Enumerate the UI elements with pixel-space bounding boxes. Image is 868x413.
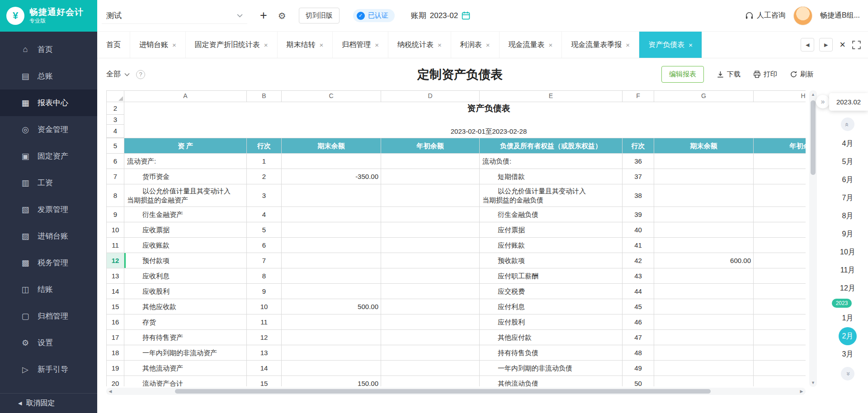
cell-C6[interactable] <box>282 154 381 169</box>
help-icon[interactable]: ? <box>136 70 145 79</box>
cell-F18[interactable]: 48 <box>623 345 654 361</box>
cell-A11[interactable]: 应收账款 <box>124 238 247 253</box>
cell-E8[interactable]: 以公允价值计量且其变动计入 当期损益的金融负债 <box>480 184 623 207</box>
tab-balance-sheet[interactable]: 资产负债表× <box>639 32 702 58</box>
months-scroll-up-button[interactable]: « <box>841 117 854 131</box>
table-header-cell[interactable]: 行次 <box>247 138 282 154</box>
row-header-7[interactable]: 7 <box>106 169 124 184</box>
cell-F15[interactable]: 45 <box>623 299 654 314</box>
sidebar-item-guide[interactable]: ▷新手引导 <box>0 356 97 383</box>
download-button[interactable]: 下载 <box>717 70 741 79</box>
cell-E19[interactable]: 一年内到期的非流动负债 <box>480 361 623 376</box>
cell-C12[interactable] <box>282 253 381 268</box>
vertical-scrollbar[interactable]: ▲ ▼ <box>809 90 817 387</box>
row-header-2[interactable]: 2 <box>106 102 124 115</box>
cell-B6[interactable]: 1 <box>247 154 282 169</box>
cell-C17[interactable] <box>282 330 381 345</box>
month-item[interactable]: 2月 <box>839 327 857 345</box>
cell-H14[interactable] <box>754 284 806 299</box>
sidebar-item-general-ledger[interactable]: ▤总账 <box>0 63 97 89</box>
cell-C14[interactable] <box>282 284 381 299</box>
cell-D16[interactable] <box>381 314 480 330</box>
cell-H16[interactable] <box>754 314 806 330</box>
tabs-scroll-left-button[interactable]: ◀ <box>801 38 814 52</box>
vertical-scroll-thumb[interactable] <box>811 100 816 175</box>
cell-A7[interactable]: 货币资金 <box>124 169 247 184</box>
cell-F14[interactable]: 44 <box>623 284 654 299</box>
column-header-D[interactable]: D <box>381 90 480 102</box>
cell-E14[interactable]: 应交税费 <box>480 284 623 299</box>
cell-F8[interactable]: 38 <box>623 184 654 207</box>
cell-F13[interactable]: 43 <box>623 268 654 284</box>
table-header-cell[interactable]: 负债及所有者权益（或股东权益） <box>480 138 623 154</box>
cell-A20[interactable]: 流动资产合计 <box>124 376 247 386</box>
close-tab-icon[interactable]: × <box>375 41 379 49</box>
sheet-date-range[interactable]: 2023-02-01至2023-02-28 <box>124 125 806 138</box>
support-button[interactable]: 人工咨询 <box>745 11 786 20</box>
cell-D12[interactable] <box>381 253 480 268</box>
cell-F12[interactable]: 42 <box>623 253 654 268</box>
certified-badge[interactable]: ✓ 已认证 <box>353 9 395 22</box>
sidebar-item-funds[interactable]: ◎资金管理 <box>0 116 97 143</box>
cell-B8[interactable]: 3 <box>247 184 282 207</box>
cell-D10[interactable] <box>381 222 480 238</box>
cell-C11[interactable] <box>282 238 381 253</box>
sidebar-item-purchase-sales[interactable]: ▨进销台账 <box>0 223 97 249</box>
table-header-cell[interactable]: 年初余额 <box>754 138 806 154</box>
tab-archive[interactable]: 归档管理× <box>333 32 388 58</box>
cell-G11[interactable] <box>654 238 754 253</box>
cell-C8[interactable] <box>282 184 381 207</box>
current-period-box[interactable]: 2023.02 <box>829 93 868 111</box>
months-scroll-down-button[interactable]: « <box>841 367 854 380</box>
cell-B7[interactable]: 2 <box>247 169 282 184</box>
tab-purchase-sales-ledger[interactable]: 进销台账× <box>130 32 186 58</box>
cell-E16[interactable]: 应付股利 <box>480 314 623 330</box>
row-header-14[interactable]: 14 <box>106 284 124 299</box>
cell-B20[interactable]: 15 <box>247 376 282 386</box>
cell-C20[interactable]: 150.00 <box>282 376 381 386</box>
row-header-18[interactable]: 18 <box>106 345 124 361</box>
sidebar-item-closing[interactable]: ◫结账 <box>0 276 97 303</box>
cell-F10[interactable]: 40 <box>623 222 654 238</box>
cell-H8[interactable] <box>754 184 806 207</box>
cell-F17[interactable]: 47 <box>623 330 654 345</box>
accounting-period-picker[interactable]: 账期 2023-02 <box>411 10 470 21</box>
row-header-3[interactable]: 3 <box>106 115 124 125</box>
cell-C19[interactable] <box>282 361 381 376</box>
add-button[interactable]: + <box>260 9 267 23</box>
month-item[interactable]: 3月 <box>838 345 858 363</box>
sidebar-item-fixed-assets[interactable]: ▣固定资产 <box>0 143 97 169</box>
cell-F7[interactable]: 37 <box>623 169 654 184</box>
cell-C7[interactable]: -350.00 <box>282 169 381 184</box>
month-item[interactable]: 11月 <box>838 261 858 279</box>
close-tab-icon[interactable]: × <box>689 41 693 49</box>
cell-A18[interactable]: 一年内到期的非流动资产 <box>124 345 247 361</box>
scroll-left-arrow[interactable]: ◀ <box>106 388 114 395</box>
cell-A19[interactable]: 其他流动资产 <box>124 361 247 376</box>
cell-D8[interactable] <box>381 184 480 207</box>
sidebar-item-tax[interactable]: ▩税务管理 <box>0 249 97 276</box>
sidebar-item-home[interactable]: ⌂首页 <box>0 36 97 63</box>
cell-E17[interactable]: 其他应付款 <box>480 330 623 345</box>
close-tabs-button[interactable]: × <box>838 39 847 51</box>
cell-E20[interactable]: 其他流动负债 <box>480 376 623 386</box>
cell-H20[interactable] <box>754 376 806 386</box>
refresh-button[interactable]: 刷新 <box>790 70 814 79</box>
cell-H7[interactable] <box>754 169 806 184</box>
column-header-E[interactable]: E <box>480 90 623 102</box>
cell-G18[interactable] <box>654 345 754 361</box>
cell-F11[interactable]: 41 <box>623 238 654 253</box>
cell-A12[interactable]: 预付款项 <box>124 253 247 268</box>
cell-E7[interactable]: 短期借款 <box>480 169 623 184</box>
row-header-16[interactable]: 16 <box>106 314 124 330</box>
cell-E9[interactable]: 衍生金融负债 <box>480 207 623 222</box>
cell-B13[interactable]: 8 <box>247 268 282 284</box>
month-item[interactable]: 10月 <box>838 243 858 261</box>
close-tab-icon[interactable]: × <box>549 41 553 49</box>
cell-B17[interactable]: 12 <box>247 330 282 345</box>
print-button[interactable]: 打印 <box>753 70 777 79</box>
tab-income-statement[interactable]: 利润表× <box>451 32 500 58</box>
cell-A17[interactable]: 持有待售资产 <box>124 330 247 345</box>
table-header-cell[interactable]: 期末余额 <box>654 138 754 154</box>
cell-D20[interactable] <box>381 376 480 386</box>
